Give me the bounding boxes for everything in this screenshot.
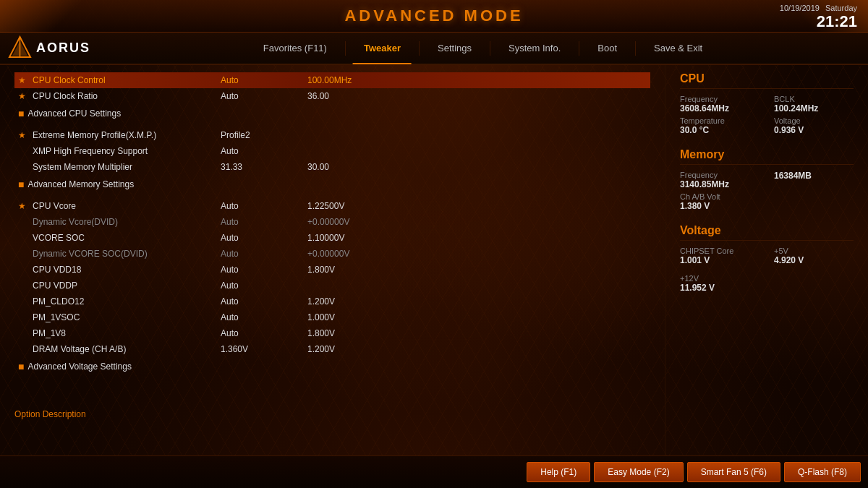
cpu-frequency-value: 3608.64MHz: [680, 103, 760, 114]
page-title: ADVANCED MODE: [344, 7, 523, 25]
cpu-bclk-label: BCLK: [774, 95, 854, 103]
plus12v-label: +12V: [680, 274, 854, 283]
cpu-voltage-item: Voltage 0.936 V: [774, 116, 854, 135]
memory-section-title: Memory: [680, 148, 854, 165]
mem-frequency-item: Frequency 3140.85MHz: [680, 171, 760, 189]
setting-cpu-vdd18[interactable]: ★ CPU VDD18 Auto 1.800V: [14, 262, 650, 278]
cpu-voltage-value: 0.936 V: [774, 125, 854, 135]
setting-vcore-soc[interactable]: ★ VCORE SOC Auto 1.10000V: [14, 230, 650, 246]
cpu-temp-value: 30.0 °C: [680, 125, 760, 135]
star-icon-empty-1: ★: [18, 146, 29, 156]
memory-info-grid: Frequency 3140.85MHz 16384MB Ch A/B Volt…: [680, 171, 854, 211]
star-icon-xmp: ★: [18, 130, 29, 140]
star-icon-empty-2: ★: [18, 162, 29, 172]
plus12v-item: +12V 11.952 V: [680, 274, 854, 293]
voltage-info-section: Voltage CHIPSET Core 1.001 V +5V 4.920 V…: [680, 224, 854, 293]
cpu-bclk-item: BCLK 100.24MHz: [774, 95, 854, 114]
setting-pm-1vsoc[interactable]: ★ PM_1VSOC Auto 1.000V: [14, 309, 650, 325]
mem-size-item: 16384MB: [774, 171, 854, 189]
cpu-temp-label: Temperature: [680, 116, 760, 125]
spacer-1: [14, 121, 650, 127]
chipset-core-value: 1.001 V: [680, 255, 760, 265]
voltage-info-grid: CHIPSET Core 1.001 V +5V 4.920 V +12V 11…: [680, 247, 854, 293]
header-bar: ADVANCED MODE 10/19/2019 Saturday 21:21: [0, 0, 868, 33]
logo-nav-bar: AORUS Favorites (F11) Tweaker Settings S…: [0, 33, 868, 65]
right-info-panel: CPU Frequency 3608.64MHz BCLK 100.24MHz …: [665, 65, 868, 455]
mem-frequency-value: 3140.85MHz: [680, 179, 760, 189]
settings-table: ★ CPU Clock Control Auto 100.00MHz ★ CPU…: [14, 72, 650, 374]
logo: AORUS: [7, 35, 90, 61]
chipset-core-label: CHIPSET Core: [680, 247, 760, 255]
plus12v-value: 11.952 V: [680, 283, 854, 293]
main-content: ★ CPU Clock Control Auto 100.00MHz ★ CPU…: [0, 65, 868, 455]
setting-advanced-volt[interactable]: ■ Advanced Voltage Settings: [14, 359, 650, 374]
setting-dynamic-vcore[interactable]: ★ Dynamic Vcore(DVID) Auto +0.00000V: [14, 214, 650, 230]
chipset-core-item: CHIPSET Core 1.001 V: [680, 247, 760, 265]
setting-xmp-high-freq[interactable]: ★ XMP High Frequency Support Auto: [14, 143, 650, 159]
nav-item-settings[interactable]: Settings: [420, 32, 490, 64]
date-display: 10/19/2019 Saturday: [780, 4, 857, 12]
star-icon-empty-3: ★: [18, 217, 29, 227]
plus5v-value: 4.920 V: [774, 255, 854, 265]
setting-pm-cldo12[interactable]: ★ PM_CLDO12 Auto 1.200V: [14, 294, 650, 309]
bullet-icon-mem: ■: [18, 179, 24, 190]
cpu-frequency-item: Frequency 3608.64MHz: [680, 95, 760, 114]
bottom-action-bar: Help (F1) Easy Mode (F2) Smart Fan 5 (F6…: [0, 455, 868, 488]
mem-chab-value: 1.380 V: [680, 201, 854, 211]
star-icon-empty-4: ★: [18, 233, 29, 243]
q-flash-button[interactable]: Q-Flash (F8): [784, 462, 861, 482]
setting-dynamic-vcore-soc[interactable]: ★ Dynamic VCORE SOC(DVID) Auto +0.00000V: [14, 246, 650, 262]
spacer-2: [14, 192, 650, 198]
star-icon-vcore: ★: [18, 201, 29, 211]
nav-item-save-exit[interactable]: Save & Exit: [636, 32, 720, 64]
setting-advanced-mem[interactable]: ■ Advanced Memory Settings: [14, 176, 650, 192]
cpu-section-title: CPU: [680, 72, 854, 89]
star-icon-cpu-clock: ★: [18, 75, 29, 85]
smart-fan-button[interactable]: Smart Fan 5 (F6): [687, 462, 780, 482]
voltage-section-title: Voltage: [680, 224, 854, 241]
bullet-icon-cpu: ■: [18, 108, 24, 119]
setting-sys-mem-multi[interactable]: ★ System Memory Multiplier 31.33 30.00: [14, 159, 650, 175]
setting-dram-voltage[interactable]: ★ DRAM Voltage (CH A/B) 1.360V 1.200V: [14, 341, 650, 357]
bullet-icon-volt: ■: [18, 361, 24, 372]
settings-panel: ★ CPU Clock Control Auto 100.00MHz ★ CPU…: [0, 65, 665, 455]
cpu-info-section: CPU Frequency 3608.64MHz BCLK 100.24MHz …: [680, 72, 854, 135]
option-description-label: Option Description: [14, 409, 86, 419]
setting-cpu-vddp[interactable]: ★ CPU VDDP Auto: [14, 278, 650, 294]
mem-chab-item: Ch A/B Volt 1.380 V: [680, 192, 854, 211]
cpu-frequency-label: Frequency: [680, 95, 760, 103]
plus5v-label: +5V: [774, 247, 854, 255]
star-icon-empty-5: ★: [18, 249, 29, 259]
header-corner-left: [0, 0, 87, 33]
help-button[interactable]: Help (F1): [527, 462, 590, 482]
setting-cpu-clock-ratio[interactable]: ★ CPU Clock Ratio Auto 36.00: [14, 88, 650, 104]
logo-text: AORUS: [36, 40, 90, 56]
setting-pm-1v8[interactable]: ★ PM_1V8 Auto 1.800V: [14, 325, 650, 341]
aorus-logo-icon: [7, 35, 33, 61]
nav-item-favorites[interactable]: Favorites (F11): [245, 32, 345, 64]
nav-item-boot[interactable]: Boot: [579, 32, 635, 64]
easy-mode-button[interactable]: Easy Mode (F2): [594, 462, 683, 482]
time-display: 21:21: [780, 12, 857, 31]
mem-chab-label: Ch A/B Volt: [680, 192, 854, 201]
mem-frequency-label: Frequency: [680, 171, 760, 179]
cpu-temp-item: Temperature 30.0 °C: [680, 116, 760, 135]
cpu-voltage-label: Voltage: [774, 116, 854, 125]
setting-cpu-vcore[interactable]: ★ CPU Vcore Auto 1.22500V: [14, 198, 650, 214]
setting-extreme-memory[interactable]: ★ Extreme Memory Profile(X.M.P.) Profile…: [14, 127, 650, 143]
star-icon-cpu-ratio: ★: [18, 91, 29, 101]
setting-cpu-clock-control[interactable]: ★ CPU Clock Control Auto 100.00MHz: [14, 72, 650, 88]
mem-size-value: 16384MB: [774, 171, 854, 181]
main-nav: Favorites (F11) Tweaker Settings System …: [105, 32, 861, 64]
memory-info-section: Memory Frequency 3140.85MHz 16384MB Ch A…: [680, 148, 854, 211]
plus5v-item: +5V 4.920 V: [774, 247, 854, 265]
cpu-bclk-value: 100.24MHz: [774, 103, 854, 114]
datetime-display: 10/19/2019 Saturday 21:21: [780, 4, 857, 31]
nav-item-system-info[interactable]: System Info.: [490, 32, 579, 64]
setting-advanced-cpu[interactable]: ■ Advanced CPU Settings: [14, 106, 650, 121]
nav-item-tweaker[interactable]: Tweaker: [346, 32, 419, 64]
cpu-info-grid: Frequency 3608.64MHz BCLK 100.24MHz Temp…: [680, 95, 854, 135]
